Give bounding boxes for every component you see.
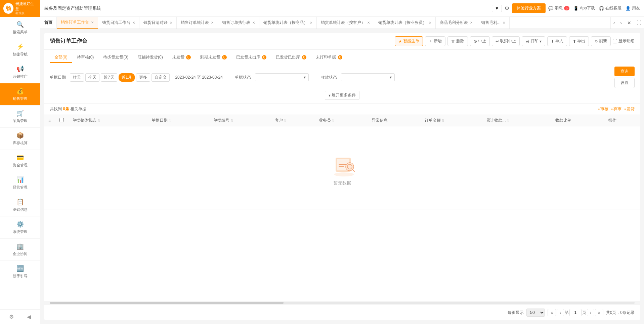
import-button[interactable]: ⬇ 导入 (547, 36, 567, 46)
online-service-button[interactable]: 🎧 在线客服 (599, 5, 621, 11)
col-check[interactable] (55, 115, 68, 126)
tab-sales-exec[interactable]: 销售订单执行表 ✕ (218, 17, 259, 29)
col-amount[interactable]: 订单金额 (421, 115, 482, 126)
tab-cash-account-close[interactable]: ✕ (170, 21, 172, 25)
tab-product-margin-close[interactable]: ✕ (470, 21, 473, 25)
ship-button[interactable]: 发货 (624, 106, 635, 112)
sub-tab-unprinted[interactable]: 未打印单据 0 (311, 52, 347, 63)
sub-tab-shipped-out[interactable]: 已发货已出库 0 (271, 52, 311, 63)
add-button[interactable]: ＋ 新增 (425, 36, 445, 46)
date-btn-today[interactable]: 今天 (85, 73, 99, 82)
tab-sales-workbench-close[interactable]: ✕ (91, 21, 94, 24)
tab-cash-daily[interactable]: 钱货日清工作台 ✕ (98, 17, 139, 29)
review-button[interactable]: 审核 (598, 106, 608, 112)
col-status[interactable]: 单据整体状态 (68, 115, 147, 126)
tab-sales-stats[interactable]: 销售订单统计表 ✕ (177, 17, 218, 29)
last-page-button[interactable]: » (595, 309, 603, 316)
sidebar-item-enterprise[interactable]: 🏢 企业协同 (0, 239, 40, 261)
show-detail-checkbox[interactable] (613, 39, 617, 43)
sidebar-item-purchase[interactable]: 🛒 采购管理 (0, 106, 40, 128)
first-page-button[interactable]: « (548, 309, 556, 316)
message-button[interactable]: 💬 消息 6 (548, 5, 569, 11)
sub-tab-overdue[interactable]: 到期未发货 0 (196, 52, 231, 63)
date-btn-1month[interactable]: 近1月 (119, 73, 135, 82)
sub-tab-shipped-no-out[interactable]: 已发货未出库 0 (231, 52, 271, 63)
sub-tab-all[interactable]: 全部(0) (50, 52, 72, 63)
delete-button[interactable]: 🗑 删除 (447, 36, 468, 46)
smart-generate-button[interactable]: ★ 智能生单 (395, 36, 423, 46)
tab-sales-more[interactable]: 销售毛利... ✕ (477, 17, 510, 29)
next-page-button[interactable]: › (587, 309, 594, 316)
tab-product-margin[interactable]: 商品毛利分析表 ✕ (436, 17, 477, 29)
tab-scroll-left[interactable]: ‹ (611, 17, 618, 29)
expand-filter-button[interactable]: ▾ 展开更多条件 (325, 91, 359, 100)
settings-button[interactable]: ⚙ (8, 312, 15, 321)
app-download-button[interactable]: 📱 App下载 (573, 5, 595, 11)
col-staff[interactable]: 业务员 (315, 115, 368, 126)
tab-cash-account[interactable]: 钱货日清对账 ✕ (139, 17, 177, 29)
page-input[interactable] (569, 309, 582, 316)
sidebar-item-system[interactable]: ⚙️ 系统管理 (0, 216, 40, 239)
cancel-stop-button[interactable]: ↩ 取消中止 (492, 36, 520, 46)
show-detail-checkbox-label[interactable]: 显示明细 (613, 38, 635, 44)
payment-filter-select[interactable]: ▾ (341, 73, 395, 81)
horizontal-scrollbar[interactable] (44, 301, 640, 305)
sidebar-item-operations[interactable]: 📊 经营管理 (0, 172, 40, 194)
prev-page-button[interactable]: ‹ (557, 309, 564, 316)
tab-sales-more-close[interactable]: ✕ (503, 21, 505, 25)
tab-scroll-right[interactable]: › (617, 17, 625, 29)
sidebar-item-search[interactable]: 🔍 搜索菜单 (0, 17, 40, 39)
scrollbar-track[interactable] (50, 302, 635, 304)
tab-sales-stats-customer-close[interactable]: ✕ (367, 21, 370, 25)
topbar-gear-button[interactable]: ⚙ (505, 5, 509, 11)
tab-sales-stats-staff[interactable]: 销货单统计表（按业务员） ✕ (374, 17, 436, 29)
print-button[interactable]: 🖨 打印 ▾ (522, 36, 545, 46)
query-button[interactable]: 查询 (614, 67, 635, 76)
tab-home[interactable]: 首页 (40, 17, 57, 29)
select-all-checkbox[interactable] (59, 118, 64, 122)
tab-sales-stats-product-close[interactable]: ✕ (310, 21, 312, 25)
user-button[interactable]: 👤 用友 (626, 5, 640, 11)
sub-tab-unshipped-label: 未发货 (172, 55, 184, 59)
sub-tab-unshipped[interactable]: 未发货 0 (168, 52, 196, 63)
sidebar-item-finance[interactable]: 💳 资金管理 (0, 150, 40, 172)
tab-sales-stats-staff-close[interactable]: ✕ (429, 21, 431, 25)
tab-cash-daily-close[interactable]: ✕ (132, 21, 135, 25)
date-btn-7days[interactable]: 近7天 (101, 73, 117, 82)
topbar-dropdown[interactable]: ▼ (492, 5, 502, 12)
tab-fullscreen[interactable]: ⛶ (634, 17, 644, 29)
sidebar-item-guide[interactable]: 🆕 新手引导 (0, 261, 40, 283)
col-number[interactable]: 单据编号 (209, 115, 271, 126)
filter-setting-button[interactable]: 设置 (614, 78, 635, 88)
solution-button[interactable]: 体验行业方案 (512, 3, 546, 13)
scrollbar-thumb[interactable] (50, 302, 284, 304)
sub-tab-wangpu[interactable]: 旺铺待发货(0) (133, 52, 168, 63)
collapse-button[interactable]: ◀ (26, 312, 32, 321)
refresh-button[interactable]: ↺ 刷新 (591, 36, 611, 46)
sidebar-item-marketing[interactable]: 📢 营销推广 (0, 61, 40, 83)
tab-sales-workbench[interactable]: 销售订单工作台 ✕ (57, 17, 98, 29)
message-label: 消息 (555, 5, 563, 11)
tab-sales-stats-product[interactable]: 销货单统计表（按商品） ✕ (259, 17, 317, 29)
tab-sales-stats-close[interactable]: ✕ (211, 21, 214, 25)
per-page-select[interactable]: 50 10 20 100 (526, 309, 545, 317)
date-btn-yesterday[interactable]: 昨天 (70, 73, 84, 82)
col-collected[interactable]: 累计收款... (482, 115, 551, 126)
tab-sales-exec-close[interactable]: ✕ (252, 21, 255, 25)
unreview-button[interactable]: 弃审 (611, 106, 621, 112)
export-button[interactable]: ⬆ 导出 (569, 36, 589, 46)
sidebar-item-quicknav[interactable]: ⚡ 快捷导航 (0, 39, 40, 61)
tab-sales-stats-customer[interactable]: 销货单统计表（按客户） ✕ (317, 17, 374, 29)
sub-tab-pending[interactable]: 待审核(0) (72, 52, 99, 63)
stop-button[interactable]: ⊘ 中止 (470, 36, 490, 46)
col-customer[interactable]: 客户 (271, 115, 315, 126)
date-btn-custom[interactable]: 自定义 (152, 73, 170, 82)
status-filter-select[interactable]: ▾ (255, 73, 309, 81)
sidebar-item-basicinfo[interactable]: 📋 基础信息 (0, 194, 40, 216)
sidebar-item-sales[interactable]: 💰 销售管理 (0, 83, 40, 106)
date-btn-more[interactable]: 更多 (136, 73, 150, 82)
sub-tab-pending-pick[interactable]: 待拣货发货(0) (98, 52, 133, 63)
col-date[interactable]: 单据日期 (147, 115, 209, 126)
tab-close-all[interactable]: ✕ (625, 17, 634, 29)
sidebar-item-inventory[interactable]: 📦 库存核算 (0, 128, 40, 150)
